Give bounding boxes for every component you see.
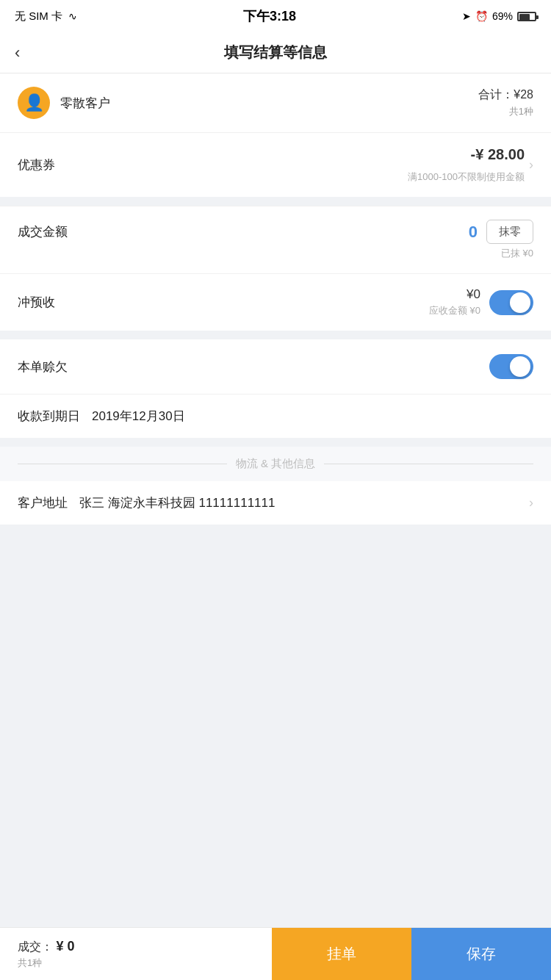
customer-right: 合计：¥28 共1种 bbox=[478, 87, 533, 118]
prereceipt-label: 冲预收 bbox=[18, 294, 55, 311]
coupon-value: -¥ 28.00 bbox=[471, 146, 525, 163]
prereceipt-sub: 应收金额 ¥0 bbox=[429, 304, 480, 317]
customer-count: 共1种 bbox=[478, 105, 533, 118]
address-section: 客户地址 张三 海淀永丰科技园 11111111111 › bbox=[0, 481, 551, 525]
coupon-row[interactable]: 优惠券 -¥ 28.00 满1000-100不限制使用金额 › bbox=[0, 132, 551, 197]
amount-sub: 已抹 ¥0 bbox=[18, 247, 533, 260]
customer-section: 👤 零散客户 合计：¥28 共1种 优惠券 -¥ 28.00 满1000-100… bbox=[0, 73, 551, 197]
transaction-section: 成交金额 0 抹零 已抹 ¥0 冲预收 ¥0 应收金额 ¥0 bbox=[0, 206, 551, 331]
bottom-spacer bbox=[0, 533, 551, 592]
save-button[interactable]: 保存 bbox=[411, 928, 551, 981]
chevron-right-icon: › bbox=[529, 157, 533, 173]
customer-left: 👤 零散客户 bbox=[18, 87, 110, 119]
logistics-section: 物流 & 其他信息 bbox=[0, 447, 551, 481]
bottom-deal-row: 成交： ¥ 0 bbox=[18, 939, 254, 955]
coupon-right: -¥ 28.00 满1000-100不限制使用金额 bbox=[408, 146, 525, 184]
amount-row: 成交金额 0 抹零 已抹 ¥0 bbox=[0, 206, 551, 273]
bottom-deal-value: ¥ 0 bbox=[56, 939, 74, 954]
address-label: 客户地址 bbox=[18, 494, 68, 511]
amount-value: 0 bbox=[469, 223, 478, 242]
status-time: 下午3:18 bbox=[243, 7, 296, 25]
battery-percent: 69% bbox=[492, 10, 513, 22]
customer-name: 零散客户 bbox=[60, 95, 110, 112]
page-title: 填写结算等信息 bbox=[224, 43, 327, 62]
customer-avatar: 👤 bbox=[18, 87, 50, 119]
customer-row: 👤 零散客户 合计：¥28 共1种 bbox=[0, 73, 551, 132]
status-left: 无 SIM 卡 ∿ bbox=[15, 10, 77, 24]
round-off-button[interactable]: 抹零 bbox=[486, 220, 533, 244]
logistics-header: 物流 & 其他信息 bbox=[0, 447, 551, 481]
prereceipt-row: 冲预收 ¥0 应收金额 ¥0 bbox=[0, 273, 551, 331]
debt-row: 本单赊欠 bbox=[0, 339, 551, 394]
sim-status: 无 SIM 卡 bbox=[15, 10, 62, 24]
due-date-label: 收款到期日 bbox=[18, 408, 80, 425]
debt-label: 本单赊欠 bbox=[18, 359, 68, 375]
due-date-value: 2019年12月30日 bbox=[92, 408, 185, 425]
address-chevron-icon: › bbox=[529, 495, 533, 511]
debt-section: 本单赊欠 收款到期日 2019年12月30日 bbox=[0, 339, 551, 438]
bottom-bar: 成交： ¥ 0 共1种 挂单 保存 bbox=[0, 927, 551, 980]
address-row[interactable]: 客户地址 张三 海淀永丰科技园 11111111111 › bbox=[0, 481, 551, 525]
logistics-label: 物流 & 其他信息 bbox=[236, 457, 315, 471]
coupon-label: 优惠券 bbox=[18, 156, 55, 173]
prereceipt-values: ¥0 应收金额 ¥0 bbox=[429, 287, 480, 317]
nav-bar: ‹ 填写结算等信息 bbox=[0, 32, 551, 73]
debt-toggle[interactable] bbox=[489, 354, 533, 379]
logistics-line-right bbox=[324, 464, 533, 464]
pending-button[interactable]: 挂单 bbox=[272, 928, 411, 981]
status-right: ➤ ⏰ 69% bbox=[462, 10, 536, 22]
alarm-icon: ⏰ bbox=[475, 10, 488, 22]
bottom-count: 共1种 bbox=[18, 956, 254, 970]
coupon-sub: 满1000-100不限制使用金额 bbox=[408, 170, 525, 184]
prereceipt-toggle[interactable] bbox=[489, 290, 533, 315]
amount-label: 成交金额 bbox=[18, 223, 68, 240]
location-icon: ➤ bbox=[462, 10, 471, 22]
customer-total: 合计：¥28 bbox=[478, 87, 533, 103]
bottom-deal-label: 成交： bbox=[18, 940, 53, 953]
amount-right: 0 抹零 bbox=[469, 220, 533, 244]
back-button[interactable]: ‹ bbox=[15, 43, 20, 62]
person-icon: 👤 bbox=[24, 93, 44, 112]
logistics-line-left bbox=[18, 464, 227, 464]
status-bar: 无 SIM 卡 ∿ 下午3:18 ➤ ⏰ 69% bbox=[0, 0, 551, 32]
address-value: 张三 海淀永丰科技园 11111111111 bbox=[79, 494, 529, 511]
bottom-info: 成交： ¥ 0 共1种 bbox=[0, 939, 272, 970]
prereceipt-value: ¥0 bbox=[429, 287, 480, 302]
battery-icon bbox=[517, 12, 536, 21]
prereceipt-right: ¥0 应收金额 ¥0 bbox=[429, 287, 533, 317]
due-date-row: 收款到期日 2019年12月30日 bbox=[0, 394, 551, 438]
amount-top: 成交金额 0 抹零 bbox=[18, 220, 533, 244]
wifi-icon: ∿ bbox=[68, 10, 77, 22]
